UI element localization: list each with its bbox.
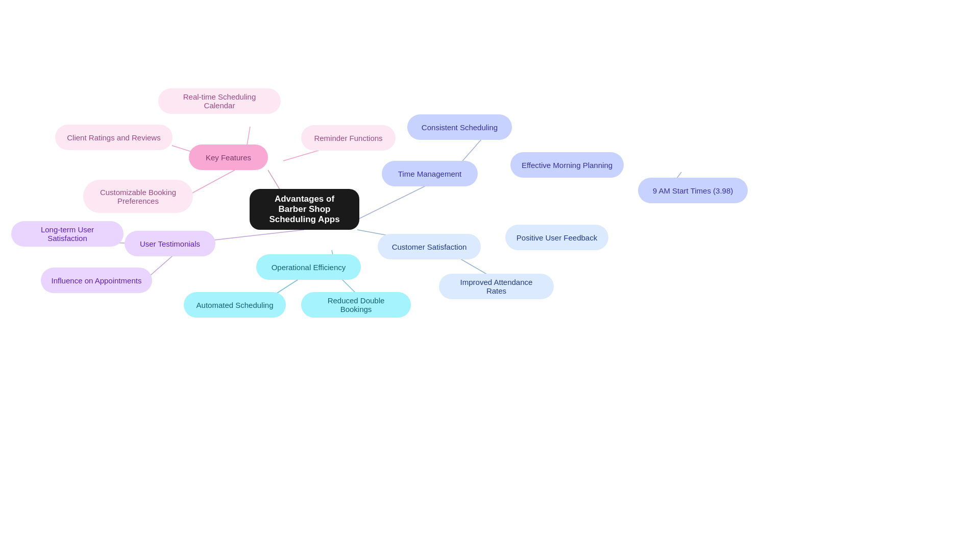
svg-line-4 bbox=[190, 170, 235, 194]
automated-scheduling-node: Automated Scheduling bbox=[184, 292, 286, 318]
time-management-node: Time Management bbox=[382, 161, 478, 186]
user-testimonials-node: User Testimonials bbox=[125, 231, 215, 256]
reduced-double-node: Reduced Double Bookings bbox=[301, 292, 411, 318]
consistent-scheduling-node: Consistent Scheduling bbox=[407, 114, 512, 140]
customer-satisfaction-node: Customer Satisfaction bbox=[378, 234, 481, 259]
operational-efficiency-node: Operational Efficiency bbox=[256, 254, 361, 280]
client-ratings-node: Client Ratings and Reviews bbox=[55, 125, 173, 150]
center-node: Advantages of Barber Shop Scheduling App… bbox=[250, 189, 359, 230]
longterm-node: Long-term User Satisfaction bbox=[11, 221, 124, 247]
positive-user-node: Positive User Feedback bbox=[505, 225, 608, 250]
svg-line-5 bbox=[214, 230, 304, 240]
svg-line-7 bbox=[147, 253, 176, 278]
nine-am-node: 9 AM Start Times (3.98) bbox=[638, 178, 748, 203]
reminder-node: Reminder Functions bbox=[301, 125, 396, 151]
svg-line-8 bbox=[357, 184, 429, 220]
realtime-node: Real-time Scheduling Calendar bbox=[158, 88, 281, 114]
key-features-node: Key Features bbox=[189, 145, 268, 170]
improved-attendance-node: Improved Attendance Rates bbox=[439, 274, 554, 299]
influence-node: Influence on Appointments bbox=[41, 268, 152, 293]
effective-morning-node: Effective Morning Planning bbox=[510, 152, 624, 178]
customizable-node: Customizable Booking Preferences bbox=[83, 180, 193, 213]
